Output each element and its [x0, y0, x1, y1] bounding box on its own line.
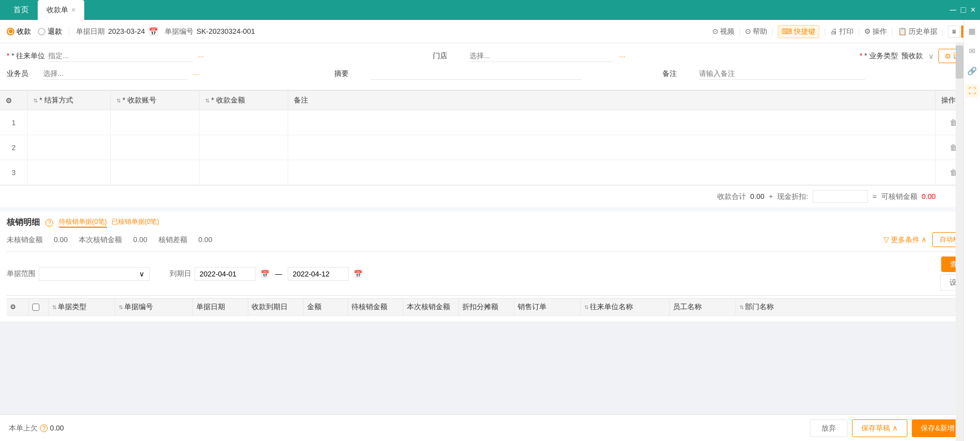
operation-icon: ⚙: [864, 27, 871, 35]
limit-info-icon[interactable]: ?: [40, 424, 48, 432]
total-value: 0.00: [751, 192, 764, 201]
col-sales-order: 销售订单: [514, 299, 581, 315]
save-draft-button[interactable]: 保存草稿 ∧: [852, 419, 907, 437]
salesperson-input[interactable]: [43, 68, 187, 80]
remark-field: 备注: [662, 68, 973, 80]
shortcut-label: 快捷键: [794, 27, 815, 37]
select-all-checkbox[interactable]: [32, 304, 39, 311]
help-icon: ⊙: [745, 27, 751, 35]
video-btn[interactable]: ⊙ 视频: [712, 27, 734, 37]
print-btn[interactable]: 🖨 打印: [830, 27, 854, 37]
business-type-arrow-icon[interactable]: ∨: [928, 52, 934, 60]
bill-number-label: 单据编号: [165, 27, 193, 37]
unverified-label: 未核销金额: [7, 235, 43, 245]
summary-input[interactable]: [371, 68, 581, 80]
save-new-label: 保存&新增: [921, 423, 955, 433]
view-btn-list[interactable]: ≡: [948, 25, 960, 38]
tab-bar-right: ─ □ ×: [950, 5, 976, 15]
minimize-icon[interactable]: ─: [950, 5, 956, 15]
row2-account[interactable]: [111, 135, 200, 160]
maximize-icon[interactable]: □: [961, 5, 966, 15]
table-header: ⚙ ⇅ * 结算方式 ⇅ * 收款账号 ⇅ * 收款金额 备注 操作: [0, 90, 980, 110]
tab-bar: 首页 收款单 × ─ □ ×: [0, 0, 980, 20]
sort-icon: ⇅: [33, 98, 38, 104]
col-bill-number-label: 单据编号: [124, 302, 153, 312]
shortcut-btn[interactable]: ⌨ 快捷键: [778, 25, 819, 38]
close-window-icon[interactable]: ×: [971, 5, 976, 15]
business-type-value: 预收款: [901, 51, 923, 61]
done-tab[interactable]: 已核销单据(0笔): [111, 217, 160, 228]
account-label: * 收款账号: [122, 95, 156, 105]
settings-col-header[interactable]: ⚙: [0, 91, 28, 110]
date-from-input[interactable]: [195, 267, 256, 281]
tab-close-icon[interactable]: ×: [72, 6, 75, 14]
bottom-bar: 本单上欠 ? 0.00 放弃 保存草稿 ∧ 保存&新增 ∧: [0, 414, 980, 441]
summary-field: 摘要: [334, 68, 645, 80]
radio-group: 收款 退款: [7, 27, 62, 37]
more-conditions-link[interactable]: ▽ 更多条件 ∧: [884, 235, 927, 245]
col-settings[interactable]: ⚙: [7, 299, 29, 315]
partner-dots-icon[interactable]: ···: [198, 52, 204, 60]
row3-remark[interactable]: [288, 160, 936, 184]
remark-input[interactable]: [699, 68, 865, 80]
date-from-calendar-icon[interactable]: 📅: [261, 270, 269, 278]
history-btn[interactable]: 📋 历史单据: [898, 27, 937, 37]
bill-number-field: 单据编号 SK-20230324-001: [165, 27, 256, 37]
calendar-icon[interactable]: 📅: [149, 27, 158, 36]
col-due-date-label: 收款到期日: [252, 302, 288, 312]
col-bill-type: ⇅ 单据类型: [49, 299, 115, 315]
row2-amount[interactable]: [200, 135, 288, 160]
col-current-amount-label: 本次核销金额: [407, 302, 450, 312]
col-partner-name-label: 往来单位名称: [590, 302, 633, 312]
sort-icon-partner: ⇅: [584, 304, 589, 310]
abandon-button[interactable]: 放弃: [810, 419, 848, 437]
row1-amount[interactable]: [200, 110, 288, 135]
radio-receipt[interactable]: 收款: [7, 27, 31, 37]
row3-amount[interactable]: [200, 160, 288, 184]
operation-label: 操作: [872, 27, 887, 37]
bottom-info: 本单上欠 ? 0.00: [9, 423, 64, 433]
form-row-1: * 往来单位 ··· 门店 ··· * 业务类型 预收款 ∨ ⚙ 设置: [7, 49, 973, 63]
sidebar-link-icon[interactable]: 🔗: [966, 64, 979, 78]
scroll-thumb[interactable]: [956, 45, 963, 79]
date-to-input[interactable]: [288, 267, 349, 281]
row1-remark[interactable]: [288, 110, 936, 135]
help-btn[interactable]: ⊙ 帮助: [745, 27, 767, 37]
sidebar-mail-icon[interactable]: ✉: [966, 44, 979, 58]
pending-tab[interactable]: 待核销单据(0笔): [59, 217, 107, 228]
date-to-calendar-icon[interactable]: 📅: [354, 270, 363, 278]
row2-remark[interactable]: [288, 135, 936, 160]
current-value: 0.00: [133, 235, 147, 244]
range-select[interactable]: ∨: [39, 267, 150, 281]
total-label: 收款合计: [717, 192, 746, 202]
shop-label: 门店: [433, 51, 466, 61]
col-checkbox[interactable]: [29, 299, 49, 315]
tab-active[interactable]: 收款单 ×: [38, 0, 84, 20]
bottom-table-header: ⚙ ⇅ 单据类型 ⇅ 单据编号 单据日期 收款到期日 金额 待核销金额 本次核销…: [7, 298, 973, 316]
settings-icon: ⚙: [945, 52, 951, 60]
row3-account[interactable]: [111, 160, 200, 184]
discount-input[interactable]: [813, 190, 868, 203]
right-sidebar: ▦ ✉ 🔗 ⛶: [963, 20, 980, 441]
sidebar-expand-icon[interactable]: ⛶: [966, 84, 979, 98]
row-num-3: 3: [0, 160, 28, 184]
row1-account[interactable]: [111, 110, 200, 135]
shop-input[interactable]: [469, 50, 614, 62]
partner-input[interactable]: [48, 50, 192, 62]
row1-payment-method[interactable]: [28, 110, 111, 135]
shop-dots-icon[interactable]: ···: [619, 52, 625, 60]
verification-info-icon[interactable]: ?: [45, 219, 53, 227]
bill-date-field: 单据日期 2023-03-24 📅: [76, 27, 158, 37]
salesperson-dots-icon[interactable]: ···: [193, 70, 199, 78]
sidebar-table-icon[interactable]: ▦: [966, 24, 979, 38]
scrollbar[interactable]: [956, 43, 963, 441]
operation-btn[interactable]: ⚙ 操作: [864, 27, 887, 37]
date-label: 到期日: [170, 269, 191, 279]
radio-refund[interactable]: 退款: [38, 27, 62, 37]
bottom-actions: 放弃 保存草稿 ∧ 保存&新增 ∧: [810, 419, 971, 437]
tab-home[interactable]: 首页: [4, 0, 38, 20]
row3-payment-method[interactable]: [28, 160, 111, 184]
radio-receipt-dot: [7, 28, 14, 35]
row2-payment-method[interactable]: [28, 135, 111, 160]
sort-icon-dept: ⇅: [739, 304, 744, 310]
